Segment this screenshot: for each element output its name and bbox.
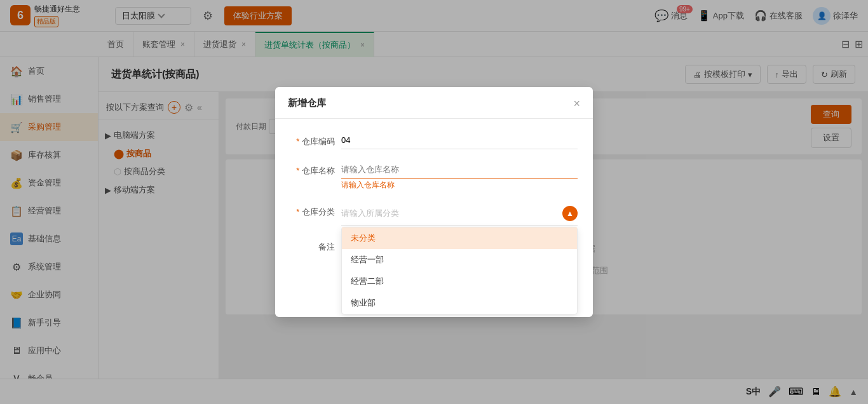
category-field-wrap: 请输入所属分类 ▲ 未分类 经营一部 经营二部 物业部 bbox=[341, 202, 578, 226]
warehouse-code-input[interactable] bbox=[341, 131, 578, 149]
dropdown-item-ops2[interactable]: 经营二部 bbox=[342, 271, 577, 292]
category-dropdown-list: 未分类 经营一部 经营二部 物业部 bbox=[341, 227, 578, 314]
dialog-close-button[interactable]: × bbox=[573, 98, 580, 109]
dropdown-item-property[interactable]: 物业部 bbox=[342, 292, 577, 314]
warehouse-name-input[interactable] bbox=[341, 161, 578, 178]
note-label: 备注 bbox=[290, 237, 341, 253]
warehouse-category-row: * 仓库分类 请输入所属分类 ▲ 未分类 经营一部 经营二部 物业部 bbox=[290, 202, 578, 226]
name-error-msg: 请输入仓库名称 bbox=[341, 180, 578, 191]
name-label: * 仓库名称 bbox=[290, 161, 341, 177]
modal-overlay[interactable]: 新增仓库 × * 仓库编码 * 仓库名称 bbox=[0, 0, 868, 404]
warehouse-code-row: * 仓库编码 bbox=[290, 131, 578, 149]
name-field-wrap: 请输入仓库名称 bbox=[341, 161, 578, 191]
dialog-title: 新增仓库 bbox=[288, 97, 326, 109]
category-placeholder: 请输入所属分类 bbox=[341, 208, 399, 219]
code-field-wrap bbox=[341, 131, 578, 149]
dropdown-arrow-icon: ▲ bbox=[562, 206, 578, 221]
dialog-header: 新增仓库 × bbox=[275, 87, 593, 119]
category-dropdown[interactable]: 请输入所属分类 ▲ bbox=[341, 202, 578, 226]
dropdown-item-ops1[interactable]: 经营一部 bbox=[342, 249, 577, 271]
category-label: * 仓库分类 bbox=[290, 202, 341, 218]
dialog-body: * 仓库编码 * 仓库名称 请输入仓库名称 bbox=[275, 119, 593, 279]
new-warehouse-dialog: 新增仓库 × * 仓库编码 * 仓库名称 bbox=[275, 87, 593, 317]
warehouse-name-row: * 仓库名称 请输入仓库名称 bbox=[290, 161, 578, 191]
code-label: * 仓库编码 bbox=[290, 131, 341, 147]
dropdown-item-uncategorized[interactable]: 未分类 bbox=[342, 227, 577, 249]
